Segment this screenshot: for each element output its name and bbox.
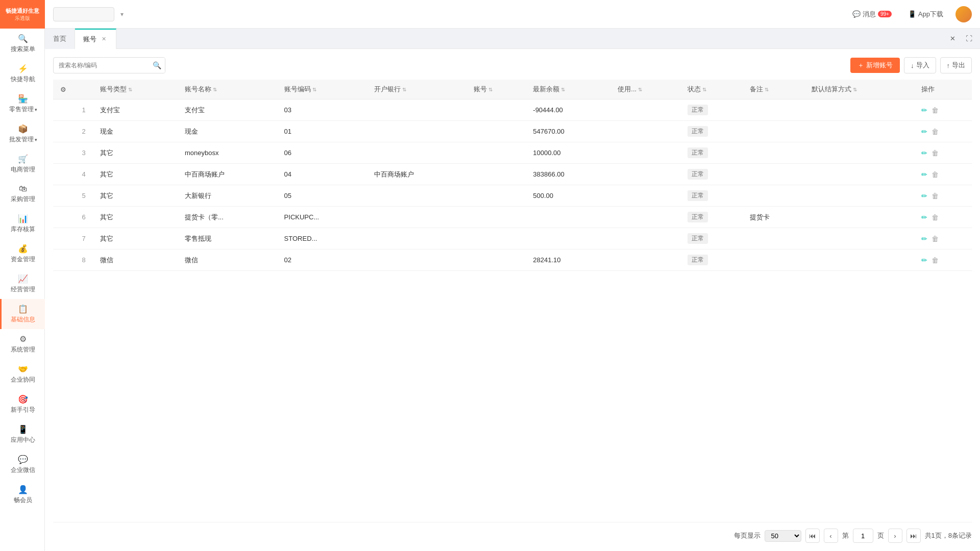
- tab-account[interactable]: 账号 ✕: [75, 29, 116, 49]
- sidebar-item-quick-nav[interactable]: ⚡ 快捷导航: [0, 59, 45, 89]
- delete-button[interactable]: 🗑: [932, 149, 939, 157]
- page-number-input[interactable]: [853, 529, 873, 543]
- app-center-icon: 📱: [18, 424, 28, 434]
- sidebar-item-label: 应用中心: [11, 436, 35, 444]
- tab-close-button[interactable]: ✕: [100, 35, 108, 43]
- avatar[interactable]: [955, 6, 972, 22]
- cell-num: 1: [74, 99, 94, 121]
- tab-expand-button[interactable]: ⛶: [962, 32, 976, 46]
- cell-status: 正常: [681, 99, 744, 121]
- sidebar-item-retail[interactable]: 🏪 零售管理 ▾: [0, 89, 45, 119]
- sidebar-item-agreement[interactable]: 🤝 企业协同: [0, 359, 45, 389]
- message-button[interactable]: 💬 消息 99+: [848, 8, 896, 21]
- cell-gear: [53, 249, 74, 271]
- edit-button[interactable]: ✏: [921, 235, 927, 243]
- table-container: ⚙ 账号类型 ⇅ 账号名称 ⇅: [53, 80, 972, 522]
- th-type[interactable]: 账号类型 ⇅: [94, 80, 179, 99]
- page-last-button[interactable]: ⏭: [906, 529, 921, 543]
- cell-num: 6: [74, 207, 94, 228]
- sidebar-item-label: 资金管理: [11, 255, 35, 264]
- sidebar-item-system[interactable]: ⚙ 系统管理: [0, 329, 45, 359]
- sidebar-item-operation[interactable]: 📈 经营管理: [0, 269, 45, 299]
- export-button[interactable]: ↑ 导出: [940, 57, 972, 73]
- cell-gear: [53, 164, 74, 185]
- cell-name: moneybosx: [179, 142, 278, 164]
- sidebar-item-wechat[interactable]: 💬 企业微信: [0, 449, 45, 480]
- top-bar: ▾ 💬 消息 99+ 📱 App下载: [45, 0, 980, 29]
- cell-status: 正常: [681, 207, 744, 228]
- agreement-icon: 🤝: [18, 364, 28, 374]
- edit-button[interactable]: ✏: [921, 170, 927, 179]
- sidebar-item-basic-info[interactable]: 📋 基础信息: [0, 299, 45, 329]
- table-row: 3 其它 moneybosx 06 10000.00 正常 ✏ 🗑: [53, 142, 972, 164]
- cell-type: 支付宝: [94, 99, 179, 121]
- th-usage[interactable]: 使用... ⇅: [611, 80, 681, 99]
- cell-code: PICKUPC...: [278, 207, 369, 228]
- sidebar-item-app-center[interactable]: 📱 应用中心: [0, 419, 45, 449]
- app-download-button[interactable]: 📱 App下载: [904, 8, 947, 21]
- th-name[interactable]: 账号名称 ⇅: [179, 80, 278, 99]
- sidebar-item-ecommerce[interactable]: 🛒 电商管理: [0, 149, 45, 179]
- export-icon: ↑: [947, 62, 950, 69]
- page-first-button[interactable]: ⏮: [805, 529, 820, 543]
- tab-home[interactable]: 首页: [45, 29, 75, 49]
- cell-usage: [611, 99, 681, 121]
- sidebar-item-guide[interactable]: 🎯 新手引导: [0, 389, 45, 419]
- import-button[interactable]: ↓ 导入: [904, 57, 936, 73]
- page-size-select[interactable]: 50 100 200: [765, 530, 801, 542]
- sidebar-item-label: 基础信息: [11, 315, 35, 324]
- delete-button[interactable]: 🗑: [932, 106, 939, 114]
- cell-note: [744, 249, 805, 271]
- tabs-bar: 首页 账号 ✕ ✕ ⛶: [45, 29, 980, 49]
- new-account-button[interactable]: ＋ 新增账号: [850, 58, 900, 73]
- top-search-input[interactable]: [53, 7, 114, 21]
- search-button[interactable]: 🔍: [149, 57, 165, 73]
- sidebar-item-member[interactable]: 👤 畅会员: [0, 480, 45, 510]
- th-account[interactable]: 账号 ⇅: [468, 80, 527, 99]
- page-prev-button[interactable]: ‹: [824, 529, 838, 543]
- edit-button[interactable]: ✏: [921, 149, 927, 157]
- th-gear[interactable]: ⚙: [53, 80, 74, 99]
- cell-note: [744, 164, 805, 185]
- cell-bank: [368, 142, 468, 164]
- delete-button[interactable]: 🗑: [932, 170, 939, 179]
- th-balance[interactable]: 最新余额 ⇅: [527, 80, 611, 99]
- th-note[interactable]: 备注 ⇅: [744, 80, 805, 99]
- edit-button[interactable]: ✏: [921, 106, 927, 114]
- th-num: [74, 80, 94, 99]
- th-code[interactable]: 账号编码 ⇅: [278, 80, 369, 99]
- sort-icon: ⇅: [488, 87, 493, 92]
- sidebar-item-search[interactable]: 🔍 搜索菜单: [0, 29, 45, 59]
- sidebar-item-inventory[interactable]: 📊 库存核算: [0, 209, 45, 239]
- page-next-button[interactable]: ›: [888, 529, 902, 543]
- delete-button[interactable]: 🗑: [932, 256, 939, 264]
- search-box: 🔍: [53, 57, 165, 73]
- th-status[interactable]: 状态 ⇅: [681, 80, 744, 99]
- edit-button[interactable]: ✏: [921, 256, 927, 264]
- edit-button[interactable]: ✏: [921, 128, 927, 136]
- sort-icon: ⇅: [853, 87, 857, 92]
- delete-button[interactable]: 🗑: [932, 128, 939, 136]
- sidebar-item-wholesale[interactable]: 📦 批发管理 ▾: [0, 119, 45, 149]
- delete-button[interactable]: 🗑: [932, 192, 939, 200]
- cell-balance: 500.00: [527, 185, 611, 207]
- cell-code: STORED...: [278, 228, 369, 249]
- th-bank[interactable]: 开户银行 ⇅: [368, 80, 468, 99]
- sidebar-item-purchase[interactable]: 🛍 采购管理: [0, 179, 45, 209]
- sort-icon: ⇅: [402, 87, 406, 92]
- edit-button[interactable]: ✏: [921, 213, 927, 221]
- th-default-settle[interactable]: 默认结算方式 ⇅: [805, 80, 916, 99]
- cell-note: 提货卡: [744, 207, 805, 228]
- search-input[interactable]: [54, 62, 149, 69]
- delete-button[interactable]: 🗑: [932, 213, 939, 221]
- delete-button[interactable]: 🗑: [932, 235, 939, 243]
- cell-action: ✏ 🗑: [915, 164, 972, 185]
- inventory-icon: 📊: [18, 214, 28, 223]
- page-label: 第: [842, 531, 849, 540]
- app-sub: 乐透版: [15, 15, 30, 22]
- edit-button[interactable]: ✏: [921, 192, 927, 200]
- cell-num: 7: [74, 228, 94, 249]
- cell-default-settle: [805, 142, 916, 164]
- tab-close-all-button[interactable]: ✕: [945, 32, 960, 46]
- sidebar-item-finance[interactable]: 💰 资金管理: [0, 239, 45, 269]
